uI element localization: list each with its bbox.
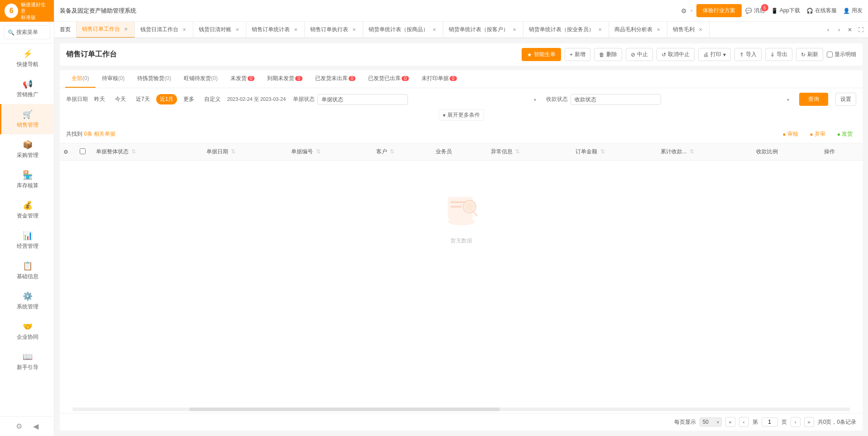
- message-button[interactable]: 💬 消息 6: [745, 7, 765, 14]
- tabs-fullscreen-button[interactable]: ⛶: [855, 24, 866, 35]
- first-page-button[interactable]: «: [725, 417, 735, 427]
- sidebar-item-collab[interactable]: 🤝 企业协同: [0, 316, 54, 346]
- tab-sales-staff-close[interactable]: ✕: [597, 27, 603, 33]
- sidebar-item-marketing[interactable]: 📢 营销推广: [0, 74, 54, 104]
- scroll-track[interactable]: [72, 408, 850, 411]
- tab-sales-product[interactable]: 销货单统计表（按商品） ✕: [363, 22, 443, 38]
- sidebar-item-operation[interactable]: 📊 经营管理: [0, 225, 54, 256]
- col-customer[interactable]: 客户 ⇅: [373, 143, 432, 161]
- ship-quick-button[interactable]: ● 发货: [834, 129, 856, 139]
- prev-page-button[interactable]: ‹: [739, 417, 749, 427]
- cancel-suspend-button[interactable]: ↺ 取消中止: [657, 48, 695, 61]
- subtab-shipped-not-out[interactable]: 已发货未出库0: [309, 70, 362, 88]
- col-settings[interactable]: ⚙: [60, 143, 76, 161]
- topbar-dropdown-icon[interactable]: ▾: [691, 8, 693, 13]
- page-size-select[interactable]: 50 20 100: [700, 417, 722, 427]
- sidebar-item-inventory[interactable]: 🏪 库存核算: [0, 165, 54, 195]
- show-detail-checkbox[interactable]: [827, 52, 833, 57]
- date-opt-1month[interactable]: 近1月: [156, 94, 177, 104]
- col-amount[interactable]: 订单金额 ⇅: [572, 143, 657, 161]
- online-service-button[interactable]: 🎧 在线客服: [806, 7, 837, 14]
- search-menu-button[interactable]: 🔍 搜索菜单: [4, 25, 50, 39]
- tab-cash-daily[interactable]: 钱货日清工作台 ✕: [135, 22, 193, 38]
- sidebar-item-guide[interactable]: 📖 新手引导: [0, 346, 54, 377]
- cancel-review-quick-button[interactable]: ● 弃审: [806, 129, 829, 139]
- tabs-prev-button[interactable]: ‹: [823, 24, 834, 35]
- subtab-pending-review[interactable]: 待审核(0): [96, 70, 131, 88]
- tab-sales-staff[interactable]: 销货单统计表（按业务员） ✕: [523, 22, 609, 38]
- sidebar-item-basic[interactable]: 📋 基础信息: [0, 256, 54, 286]
- sidebar-item-finance[interactable]: 💰 资金管理: [0, 195, 54, 225]
- col-status[interactable]: 单据整体状态 ⇅: [92, 143, 203, 161]
- tab-margin-close[interactable]: ✕: [655, 27, 662, 33]
- date-opt-more[interactable]: 更多: [180, 94, 198, 104]
- select-all-checkbox[interactable]: [80, 148, 86, 154]
- horizontal-scrollbar[interactable]: [60, 408, 863, 413]
- date-opt-7days[interactable]: 近7天: [132, 94, 153, 104]
- tab-sales-more[interactable]: 销售毛利 ✕: [667, 22, 710, 38]
- subtab-shipped-out[interactable]: 已发货已出库0: [362, 70, 415, 88]
- tab-sales-product-close[interactable]: ✕: [431, 27, 437, 33]
- tab-sales-exec[interactable]: 销售订单执行表 ✕: [305, 22, 363, 38]
- sidebar-item-quicknav[interactable]: ⚡ 快捷导航: [0, 43, 54, 74]
- subtab-pending-check[interactable]: 待拣货验货(0): [131, 70, 177, 88]
- add-button[interactable]: + 新增: [565, 48, 590, 61]
- tab-sales-stat[interactable]: 销售订单统计表 ✕: [246, 22, 305, 38]
- sidebar-item-system[interactable]: ⚙️ 系统管理: [0, 286, 54, 316]
- tab-home[interactable]: 首页: [54, 22, 77, 38]
- refresh-button[interactable]: ↻ 刷新: [796, 48, 823, 61]
- date-opt-custom[interactable]: 自定义: [201, 94, 224, 104]
- subtab-unshipped[interactable]: 未发货0: [224, 70, 261, 88]
- show-detail-label[interactable]: 显示明细: [827, 51, 856, 58]
- scroll-thumb[interactable]: [189, 408, 500, 411]
- tab-sales-order[interactable]: 销售订单工作台 ✕: [77, 22, 135, 38]
- col-checkbox[interactable]: [76, 143, 92, 161]
- col-date[interactable]: 单据日期 ⇅: [203, 143, 288, 161]
- last-page-button[interactable]: »: [804, 417, 814, 427]
- suspend-button[interactable]: ⊘ 中止: [626, 48, 653, 61]
- smart-create-button[interactable]: ★ 智能生单: [522, 48, 561, 61]
- query-button[interactable]: 查询: [799, 93, 828, 106]
- subtab-wangpu-ship[interactable]: 旺铺待发货(0): [177, 70, 224, 88]
- collapse-button[interactable]: ◀: [29, 420, 42, 432]
- col-number[interactable]: 单据编号 ⇅: [288, 143, 373, 161]
- tab-margin[interactable]: 商品毛利分析表 ✕: [609, 22, 667, 38]
- delete-button[interactable]: 🗑 删除: [594, 48, 622, 61]
- solution-button[interactable]: 体验行业方案: [696, 4, 742, 17]
- settings-filter-button[interactable]: 设置: [835, 93, 856, 106]
- status-select[interactable]: 单据状态: [317, 94, 408, 105]
- subtab-unprinted[interactable]: 未打印单据0: [415, 70, 463, 88]
- tab-cash-verify-close[interactable]: ✕: [234, 27, 240, 33]
- sidebar-item-sales[interactable]: 🛒 销售管理: [0, 104, 54, 134]
- tab-sales-more-close[interactable]: ✕: [697, 27, 704, 33]
- tab-sales-order-close[interactable]: ✕: [123, 26, 129, 32]
- col-exception[interactable]: 异常信息 ⇅: [487, 143, 572, 161]
- topbar-gear-icon[interactable]: ⚙: [681, 7, 687, 14]
- subtab-overdue[interactable]: 到期未发货0: [261, 70, 309, 88]
- tab-sales-customer[interactable]: 销货单统计表（按客户） ✕: [443, 22, 523, 38]
- subtab-all[interactable]: 全部(0): [65, 70, 96, 88]
- user-menu-button[interactable]: 👤 用友: [843, 7, 863, 14]
- tab-cash-verify[interactable]: 钱货日清对账 ✕: [193, 22, 246, 38]
- review-quick-button[interactable]: ● 审核: [779, 129, 801, 139]
- expand-filter-button[interactable]: ▾ 展开更多条件: [439, 109, 484, 121]
- table-scroll[interactable]: ⚙ 单据整体状态 ⇅ 单据日期 ⇅ 单据编号: [60, 143, 863, 408]
- settings-bottom-button[interactable]: ⚙: [12, 420, 26, 432]
- tabs-close-all-button[interactable]: ✕: [844, 24, 855, 35]
- next-page-button[interactable]: ›: [791, 417, 801, 427]
- payment-select[interactable]: 收款状态: [571, 94, 661, 105]
- tab-cash-daily-close[interactable]: ✕: [181, 27, 187, 33]
- page-number-input[interactable]: [762, 417, 778, 427]
- tab-sales-stat-close[interactable]: ✕: [293, 27, 299, 33]
- tab-sales-exec-close[interactable]: ✕: [351, 27, 357, 33]
- col-salesperson[interactable]: 业务员: [432, 143, 487, 161]
- import-button[interactable]: ⇑ 导入: [734, 48, 762, 61]
- tab-sales-customer-close[interactable]: ✕: [511, 27, 518, 33]
- print-button[interactable]: 🖨 打印 ▾: [698, 48, 731, 61]
- app-download-button[interactable]: 📱 App下载: [771, 7, 800, 14]
- tabs-next-button[interactable]: ›: [834, 24, 844, 35]
- sidebar-item-purchase[interactable]: 📦 采购管理: [0, 134, 54, 165]
- col-received[interactable]: 累计收款... ⇅: [657, 143, 753, 161]
- date-opt-yesterday[interactable]: 昨天: [91, 94, 109, 104]
- date-opt-today[interactable]: 今天: [111, 94, 129, 104]
